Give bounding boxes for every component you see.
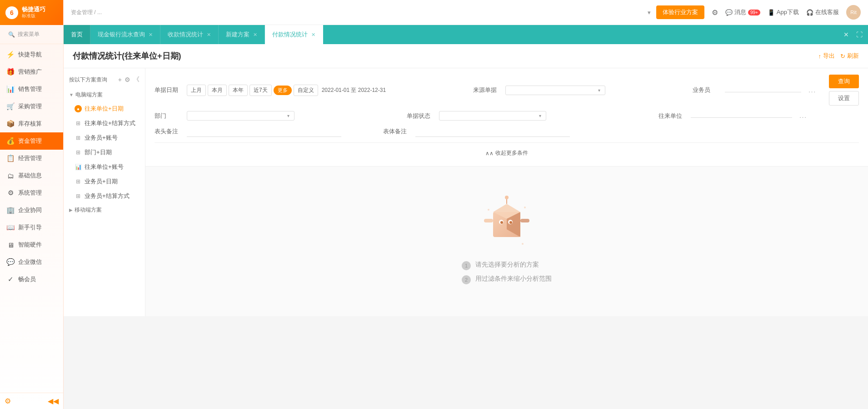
sidebar-item-inventory[interactable]: 📦 库存核算	[0, 115, 63, 132]
empty-state: 1 请先选择要分析的方案 2 用过滤条件来缩小分析范围	[145, 167, 868, 316]
empty-instructions: 1 请先选择要分析的方案 2 用过滤条件来缩小分析范围	[462, 261, 552, 289]
plan-group-desktop-title[interactable]: ▼ 电脑端方案	[64, 88, 145, 101]
panel-collapse-button[interactable]: 《	[133, 76, 140, 84]
svg-point-6	[509, 221, 512, 224]
plan-item-partner-payment[interactable]: ⊞ 往来单位+结算方式	[64, 116, 145, 131]
side-panel-title: 按以下方案查询	[69, 76, 107, 84]
tab-cash-flow-label: 现金银行流水查询	[98, 30, 145, 39]
date-btn-custom[interactable]: 自定义	[294, 85, 318, 96]
user-avatar[interactable]: Rit	[846, 5, 861, 20]
tab-home[interactable]: 首页	[64, 25, 90, 44]
search-menu-button[interactable]: 🔍 搜索菜单	[5, 29, 59, 40]
plan-item-label: 业务员+结算方式	[85, 192, 130, 200]
sidebar-item-corp[interactable]: 🏢 企业协同	[0, 202, 63, 219]
sidebar-item-guide[interactable]: 📖 新手引导	[0, 219, 63, 236]
date-btn-last-month[interactable]: 上月	[187, 85, 206, 96]
online-service-button[interactable]: 🎧 在线客服	[806, 8, 839, 16]
app-download-button[interactable]: 📱 App下载	[768, 8, 799, 16]
sidebar-item-label: 采购管理	[18, 102, 42, 111]
sidebar-collapse-button[interactable]: ◀◀	[48, 397, 59, 405]
plan-item-dept-date[interactable]: ⊞ 部门+日期	[64, 145, 145, 160]
tabbar: 首页 现金银行流水查询 ✕ 收款情况统计 ✕ 新建方案 ✕ 付款情况统计 ✕ ✕…	[64, 25, 868, 44]
sidebar-item-hardware[interactable]: 🖥 智能硬件	[0, 236, 63, 253]
sidebar-item-capital[interactable]: 💰 资金管理	[0, 132, 63, 150]
purchase-icon: 🛒	[6, 102, 15, 111]
body-note-input[interactable]	[415, 126, 570, 137]
dept-select[interactable]: ▾	[187, 111, 294, 121]
maximize-window-button[interactable]: ⛶	[853, 29, 866, 40]
filter-row-3: 表头备注 表体备注	[155, 126, 859, 137]
tab-cash-flow[interactable]: 现金银行流水查询 ✕	[90, 25, 160, 44]
plan-item-label: 往来单位+账号	[85, 163, 124, 171]
collapse-conditions-button[interactable]: ∧∧ 收起更多条件	[155, 146, 859, 160]
sidebar-item-label: 资金管理	[18, 137, 42, 145]
date-btn-this-month[interactable]: 本月	[208, 85, 227, 96]
hardware-icon: 🖥	[6, 241, 15, 249]
sidebar-item-marketing[interactable]: 🎁 营销推广	[0, 63, 63, 81]
footer-settings-button[interactable]: ⚙	[5, 397, 11, 405]
sidebar-item-sales[interactable]: 📊 销售管理	[0, 81, 63, 98]
sidebar-item-operation[interactable]: 📋 经营管理	[0, 150, 63, 167]
app-download-label: App下载	[777, 8, 799, 16]
tab-payment-stats[interactable]: 付款情况统计 ✕	[265, 25, 323, 44]
header-note-input[interactable]	[187, 126, 341, 137]
date-btn-7days[interactable]: 近7天	[249, 85, 272, 96]
sidebar-item-label: 智能硬件	[18, 241, 42, 249]
operation-icon: 📋	[6, 154, 15, 162]
sidebar-item-wechat[interactable]: 💬 企业微信	[0, 253, 63, 271]
plan-group-desktop: ▼ 电脑端方案 ● 往来单位+日期 ⊞ 往来单位+结算方式 ⊞	[64, 88, 145, 203]
refresh-button[interactable]: ↻ 刷新	[840, 52, 859, 60]
tab-new-plan-close[interactable]: ✕	[253, 32, 257, 38]
sidebar-item-purchase[interactable]: 🛒 采购管理	[0, 98, 63, 115]
sidebar-item-basic[interactable]: 🗂 基础信息	[0, 167, 63, 184]
plan-item-table-icon-5: ⊞	[75, 192, 82, 200]
logo-name: 畅捷通巧	[22, 6, 45, 13]
topbar-dropdown[interactable]: ▾	[648, 9, 651, 16]
dropdown-arrow-icon: ▾	[648, 9, 651, 16]
settings-gear-icon[interactable]: ⚙	[712, 8, 718, 17]
svg-point-11	[488, 209, 489, 211]
refresh-label: 刷新	[847, 52, 859, 60]
experience-btn[interactable]: 体验行业方案	[656, 5, 704, 19]
capital-icon: 💰	[6, 137, 15, 145]
plan-settings-button[interactable]: ⚙	[125, 76, 130, 83]
tab-collection[interactable]: 收款情况统计 ✕	[160, 25, 219, 44]
sidebar-item-quick-nav[interactable]: ⚡ 快捷导航	[0, 46, 63, 63]
empty-illustration	[479, 194, 534, 250]
sidebar-item-label: 营销推广	[18, 68, 42, 76]
query-button[interactable]: 查询	[829, 75, 859, 88]
date-btn-more[interactable]: 更多	[274, 86, 292, 95]
sidebar-item-member[interactable]: ✓ 畅会员	[0, 271, 63, 288]
tab-collection-close[interactable]: ✕	[207, 32, 211, 38]
status-dropdown-icon: ▾	[539, 113, 541, 118]
tab-payment-stats-close[interactable]: ✕	[311, 32, 315, 38]
message-button[interactable]: 💬 消息 99+	[725, 8, 760, 16]
plan-item-label: 业务员+日期	[85, 177, 118, 186]
sidebar-header: 6 畅捷通巧 标准版	[0, 0, 63, 25]
plan-group-mobile-label: 移动端方案	[75, 206, 102, 214]
tab-new-plan[interactable]: 新建方案 ✕	[219, 25, 265, 44]
settings-button[interactable]: 设置	[829, 91, 859, 106]
plan-item-staff-account[interactable]: ⊞ 业务员+账号	[64, 131, 145, 145]
export-button[interactable]: ↑ 导出	[818, 52, 835, 60]
source-select[interactable]: ▾	[505, 86, 605, 95]
message-icon: 💬	[725, 9, 733, 16]
staff-ellipsis[interactable]: ...	[808, 87, 816, 94]
add-plan-button[interactable]: +	[118, 76, 122, 83]
page-content: 付款情况统计(往来单位+日期) ↑ 导出 ↻ 刷新 按	[64, 44, 868, 409]
partner-ellipsis[interactable]: ...	[799, 112, 807, 119]
plan-item-label: 往来单位+结算方式	[85, 119, 135, 127]
date-btn-this-year[interactable]: 本年	[229, 85, 248, 96]
member-icon: ✓	[6, 275, 15, 283]
tab-cash-flow-close[interactable]: ✕	[149, 32, 153, 38]
step-2-text: 用过滤条件来缩小分析范围	[475, 275, 552, 283]
plan-item-partner-date[interactable]: ● 往来单位+日期	[64, 101, 145, 116]
plan-item-staff-date[interactable]: ⊞ 业务员+日期	[64, 174, 145, 189]
plan-item-staff-payment[interactable]: ⊞ 业务员+结算方式	[64, 189, 145, 203]
plan-group-mobile-title[interactable]: ▶ 移动端方案	[64, 203, 145, 217]
close-window-button[interactable]: ✕	[840, 29, 853, 40]
sidebar-item-label: 企业协同	[18, 206, 42, 214]
plan-item-partner-account[interactable]: 📊 往来单位+账号	[64, 160, 145, 174]
status-select[interactable]: ▾	[439, 111, 547, 121]
sidebar-item-system[interactable]: ⚙ 系统管理	[0, 184, 63, 202]
